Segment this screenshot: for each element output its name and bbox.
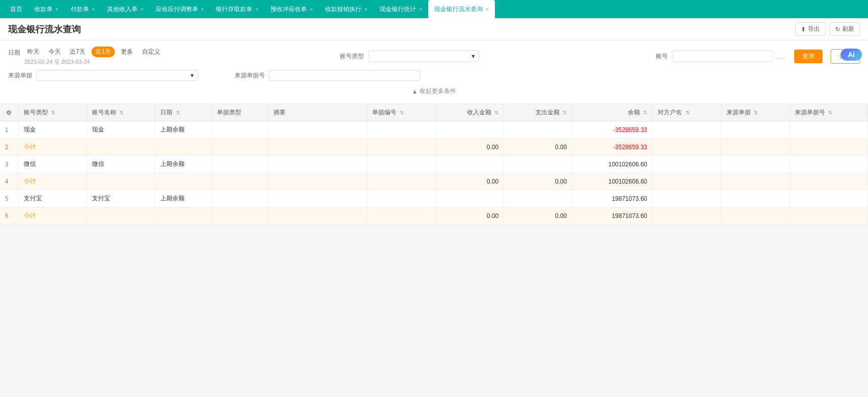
th-date[interactable]: 日期 ⇅ <box>155 104 212 121</box>
th-summary: 摘要 <box>268 104 367 121</box>
sort-income-icon: ⇅ <box>494 110 498 115</box>
close-tab-5-icon[interactable]: × <box>310 7 313 12</box>
sort-account-type-icon: ⇅ <box>51 110 55 115</box>
nav-tab-yushou[interactable]: 预收冲应收单 × <box>264 0 319 18</box>
cell-balance: 19871073.60 <box>572 207 653 225</box>
source-docno-input[interactable] <box>269 70 421 81</box>
collapse-bar[interactable]: ▲ 收起更多条件 <box>8 85 860 98</box>
date-btn-today[interactable]: 今天 <box>45 47 64 57</box>
cell-doc-no <box>367 156 435 173</box>
sort-counterparty-icon: ⇅ <box>686 110 690 115</box>
cell-balance: 19871073.60 <box>572 190 653 207</box>
date-btn-more[interactable]: 更多 <box>118 47 136 57</box>
account-input[interactable] <box>672 51 773 62</box>
close-tab-4-icon[interactable]: × <box>255 7 258 12</box>
cell-num: 2 <box>0 139 18 156</box>
nav-home[interactable]: 首页 <box>4 0 28 18</box>
page-title: 现金银行流水查询 <box>8 23 81 35</box>
query-button[interactable]: 查询 <box>794 50 823 63</box>
cell-source-docno <box>789 121 867 139</box>
th-source-docno[interactable]: 来源单据号 ⇅ <box>789 104 867 121</box>
table-row: 6 小计 0.00 0.00 19871073.60 <box>0 207 868 225</box>
nav-tab-fukuandan[interactable]: 付款单 × <box>65 0 101 18</box>
date-btn-1month[interactable]: 近1月 <box>92 47 115 57</box>
cell-summary <box>268 121 367 139</box>
date-filter-group: 日期 昨天 今天 近7天 近1月 更多 自定义 2023-02-24 至 202… <box>8 47 163 66</box>
cell-counterparty <box>653 207 721 225</box>
date-shortcuts: 昨天 今天 近7天 近1月 更多 自定义 <box>24 47 163 57</box>
account-filter: 账号 ... <box>656 51 786 62</box>
th-source-doc[interactable]: 来源单据 ⇅ <box>721 104 789 121</box>
cell-source-doc <box>721 139 789 156</box>
nav-tab-qitashouru[interactable]: 其他收入单 × <box>101 0 150 18</box>
cell-account-type: 微信 <box>18 156 86 173</box>
cell-source-doc <box>721 121 789 139</box>
nav-tab-yinhang[interactable]: 银行存取款单 × <box>210 0 264 18</box>
collapse-label: 收起更多条件 <box>420 87 456 96</box>
close-tab-1-icon[interactable]: × <box>92 7 95 12</box>
cell-expense <box>504 156 572 173</box>
cell-doc-no <box>367 173 435 190</box>
nav-tab-shoukuandan[interactable]: 收款单 × <box>28 0 65 18</box>
cell-doc-no <box>367 207 435 225</box>
account-label: 账号 <box>656 52 668 61</box>
cell-date: 上期余额 <box>155 121 212 139</box>
nav-tab-yingshou[interactable]: 应收应付调整单 × <box>150 0 210 18</box>
th-gear[interactable]: ⚙ <box>0 104 18 121</box>
sort-balance-icon: ⇅ <box>643 110 647 115</box>
cell-account-name: 微信 <box>86 156 155 173</box>
cell-income: 0.00 <box>435 139 504 156</box>
account-ellipsis[interactable]: ... <box>777 52 786 60</box>
th-doc-no[interactable]: 单据编号 ⇅ <box>367 104 435 121</box>
refresh-button[interactable]: ↻ 刷新 <box>830 22 860 36</box>
cell-balance: -3528659.33 <box>572 121 653 139</box>
cell-source-doc <box>721 173 789 190</box>
cell-date: 上期余额 <box>155 190 212 207</box>
filter-row-1: 日期 昨天 今天 近7天 近1月 更多 自定义 2023-02-24 至 202… <box>8 47 860 66</box>
close-tab-3-icon[interactable]: × <box>201 7 204 12</box>
th-account-name[interactable]: 账号名称 ⇅ <box>86 104 155 121</box>
nav-tab-shoukuanhexiao[interactable]: 收款核销执行 × <box>319 0 374 18</box>
account-type-select[interactable]: ▾ <box>368 51 479 62</box>
cell-account-type: 小计 <box>18 207 86 225</box>
cell-source-docno <box>789 156 867 173</box>
cell-summary <box>268 207 367 225</box>
refresh-icon: ↻ <box>835 26 840 33</box>
th-income[interactable]: 收入金额 ⇅ <box>435 104 504 121</box>
th-doc-type: 单据类型 <box>212 104 268 121</box>
close-tab-6-icon[interactable]: × <box>364 7 368 12</box>
source-doc-select[interactable]: ▾ <box>36 70 198 81</box>
export-button[interactable]: ⬆ 导出 <box>795 22 826 36</box>
ai-button[interactable]: Ai <box>841 49 862 61</box>
th-expense[interactable]: 支出金额 ⇅ <box>504 104 572 121</box>
cell-date <box>155 207 212 225</box>
sort-docno-icon: ⇅ <box>400 110 404 115</box>
date-btn-yesterday[interactable]: 昨天 <box>24 47 42 57</box>
cell-doc-no <box>367 190 435 207</box>
close-tab-2-icon[interactable]: × <box>141 7 144 12</box>
cell-income <box>435 121 504 139</box>
cell-doc-no <box>367 121 435 139</box>
cell-num: 1 <box>0 121 18 139</box>
cell-num: 4 <box>0 173 18 190</box>
cell-doc-type <box>212 173 268 190</box>
th-balance[interactable]: 余额 ⇅ <box>572 104 653 121</box>
collapse-icon: ▲ <box>412 88 418 95</box>
th-account-type[interactable]: 账号类型 ⇅ <box>18 104 86 121</box>
nav-tab-liushui[interactable]: 现金银行流水查询 × <box>428 0 495 18</box>
close-tab-8-icon[interactable]: × <box>486 7 489 12</box>
th-counterparty[interactable]: 对方户名 ⇅ <box>653 104 721 121</box>
close-tab-0-icon[interactable]: × <box>56 7 59 12</box>
nav-tab-xianjin-stat[interactable]: 现金银行统计 × <box>374 0 428 18</box>
date-btn-custom[interactable]: 自定义 <box>139 47 163 57</box>
cell-income: 0.00 <box>435 173 504 190</box>
page-header: 现金银行流水查询 ⬆ 导出 ↻ 刷新 <box>0 18 868 40</box>
cell-summary <box>268 139 367 156</box>
table-row: 1 现金 现金 上期余额 -3528659.33 <box>0 121 868 139</box>
cell-account-name: 现金 <box>86 121 155 139</box>
source-docno-label: 来源单据号 <box>235 71 265 80</box>
date-btn-7days[interactable]: 近7天 <box>67 47 88 57</box>
cell-expense <box>504 190 572 207</box>
close-tab-7-icon[interactable]: × <box>419 7 422 12</box>
cell-date <box>155 173 212 190</box>
